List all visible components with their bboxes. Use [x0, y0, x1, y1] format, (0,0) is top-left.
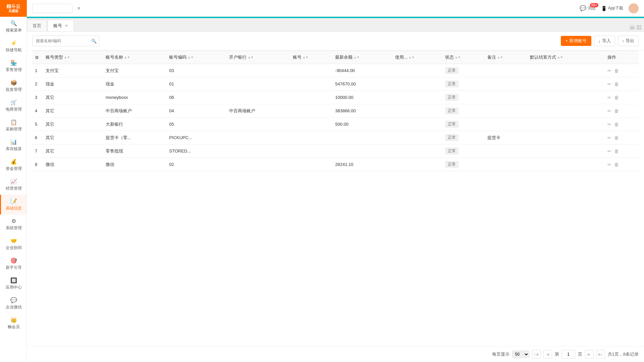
edit-button[interactable]: ✏	[607, 95, 611, 100]
edit-button[interactable]: ✏	[607, 162, 611, 167]
row-account	[290, 104, 333, 118]
sidebar-item-basic-info[interactable]: 📝 基础信息	[0, 195, 26, 215]
row-code: PICKUPC...	[166, 131, 226, 144]
delete-button[interactable]: 🗑	[614, 68, 619, 73]
delete-button[interactable]: 🗑	[614, 162, 619, 167]
sidebar-item-purchase[interactable]: 📋 采购管理	[0, 116, 26, 135]
sidebar-item-member[interactable]: 👑 畅会员	[0, 313, 26, 333]
delete-button[interactable]: 🗑	[614, 135, 619, 140]
sidebar-item-wholesale[interactable]: 📦 批发管理	[0, 76, 26, 96]
row-type: 其它	[43, 131, 103, 144]
sort-account-icon[interactable]: ▲▼	[303, 56, 309, 59]
user-avatar[interactable]	[629, 3, 639, 13]
row-type: 微信	[43, 158, 103, 171]
page-number-input[interactable]	[562, 350, 575, 359]
sidebar-item-quicknav[interactable]: ⚡ 快捷导航	[0, 37, 26, 56]
table-row: 4 其它 中百商场账户 04 中百商场账户 383866.00 正常 ✏ 🗑	[32, 104, 639, 118]
row-name: moneybosx	[103, 91, 166, 104]
top-search-input[interactable]	[32, 4, 72, 13]
search-icon[interactable]: 🔍	[91, 39, 97, 44]
edit-button[interactable]: ✏	[607, 81, 611, 87]
row-name: 支付宝	[103, 64, 166, 77]
sidebar-item-label: 零售管理	[6, 67, 22, 73]
sidebar-item-enterprise-collab[interactable]: 🤝 企业协同	[0, 234, 26, 254]
delete-button[interactable]: 🗑	[614, 95, 619, 100]
window-minimize-btn[interactable]: —	[630, 25, 635, 30]
header-left: ▾	[32, 4, 81, 13]
row-account	[290, 91, 333, 104]
page-next-btn[interactable]: ▶	[585, 350, 594, 359]
sort-type-icon[interactable]: ▲▼	[64, 56, 70, 59]
status-badge: 正常	[445, 107, 459, 114]
tab-home[interactable]: 首页	[27, 20, 47, 31]
page-prev-btn[interactable]: ◀	[543, 350, 552, 359]
export-button[interactable]: ↑ 导出	[618, 36, 639, 46]
row-type: 其它	[43, 118, 103, 131]
row-use	[392, 131, 442, 144]
sort-note-icon[interactable]: ▲▼	[497, 56, 503, 59]
sidebar-item-finance[interactable]: 💰 资金管理	[0, 155, 26, 175]
app-logo: 精斗云 乐惠版	[0, 0, 27, 17]
sidebar-item-label: 畅会员	[8, 324, 20, 330]
row-index: 3	[32, 91, 43, 104]
sidebar-item-system[interactable]: ⚙ 系统管理	[0, 215, 26, 234]
page-last-btn[interactable]: ▶|	[596, 350, 605, 359]
window-maximize-btn[interactable]: ⛶	[637, 25, 641, 30]
page-first-btn[interactable]: |◀	[532, 350, 541, 359]
sidebar-item-guide[interactable]: 🎯 新手引导	[0, 254, 26, 274]
dropdown-btn[interactable]: ▾	[76, 6, 81, 11]
sidebar-item-inventory[interactable]: 📊 库存核算	[0, 135, 26, 155]
table-row: 2 现金 现金 01 547670.00 正常 ✏ 🗑	[32, 77, 639, 91]
sort-settlement-icon[interactable]: ▲▼	[557, 56, 563, 59]
tab-account[interactable]: 账号 ✕	[48, 20, 74, 31]
row-balance: 10000.00	[332, 91, 392, 104]
import-label: 导入	[602, 38, 611, 44]
delete-button[interactable]: 🗑	[614, 148, 619, 154]
sidebar-item-label: 电商管理	[6, 107, 22, 112]
sort-use-icon[interactable]: ▲▼	[409, 56, 415, 59]
row-note	[485, 77, 527, 91]
edit-button[interactable]: ✏	[607, 135, 611, 140]
sidebar-item-ecommerce[interactable]: 🛒 电商管理	[0, 96, 26, 116]
status-badge: 正常	[445, 134, 459, 141]
sort-code-icon[interactable]: ▲▼	[187, 56, 194, 59]
sidebar-item-operations[interactable]: 📈 经营管理	[0, 175, 26, 195]
settings-icon[interactable]: ⚙	[35, 55, 39, 60]
delete-button[interactable]: 🗑	[614, 81, 619, 87]
account-search-input[interactable]	[32, 36, 99, 46]
logo-text: 精斗云	[6, 4, 20, 9]
sidebar-item-wechat-work[interactable]: 💬 企业微信	[0, 294, 26, 313]
row-type: 支付宝	[43, 64, 103, 77]
edit-button[interactable]: ✏	[607, 68, 611, 73]
status-badge: 正常	[445, 80, 459, 87]
sidebar-item-appcenter[interactable]: 🔲 应用中心	[0, 274, 26, 294]
app-download-button[interactable]: 📱 App下载	[601, 5, 623, 11]
delete-button[interactable]: 🗑	[614, 122, 619, 127]
edit-button[interactable]: ✏	[607, 108, 611, 114]
add-account-button[interactable]: + 新增账号	[561, 36, 591, 46]
col-code: 账号编码▲▼	[166, 51, 226, 64]
row-use	[392, 144, 442, 158]
import-button[interactable]: ↓ 导入	[594, 36, 615, 46]
row-name: 微信	[103, 158, 166, 171]
message-button[interactable]: 💬 消息 99+	[580, 5, 596, 11]
sidebar-item-search[interactable]: 🔍 搜索菜单	[0, 17, 26, 37]
sort-balance-icon[interactable]: ▲▼	[354, 56, 360, 59]
delete-button[interactable]: 🗑	[614, 108, 619, 114]
sort-status-icon[interactable]: ▲▼	[455, 56, 461, 59]
finance-icon: 💰	[10, 159, 17, 165]
row-bank	[226, 158, 290, 171]
row-use	[392, 91, 442, 104]
tab-close-icon[interactable]: ✕	[65, 23, 68, 28]
row-balance	[332, 144, 392, 158]
sidebar-item-label: 应用中心	[6, 285, 22, 290]
sidebar-item-retail[interactable]: 🏪 零售管理	[0, 56, 26, 76]
sort-name-icon[interactable]: ▲▼	[124, 56, 130, 59]
sort-bank-icon[interactable]: ▲▼	[248, 56, 254, 59]
mobile-icon: 📱	[601, 6, 607, 11]
edit-button[interactable]: ✏	[607, 148, 611, 154]
edit-button[interactable]: ✏	[607, 122, 611, 127]
page-size-select[interactable]: 50 100 200	[512, 351, 529, 358]
col-bank: 开户银行▲▼	[226, 51, 290, 64]
row-status: 正常	[442, 144, 485, 158]
